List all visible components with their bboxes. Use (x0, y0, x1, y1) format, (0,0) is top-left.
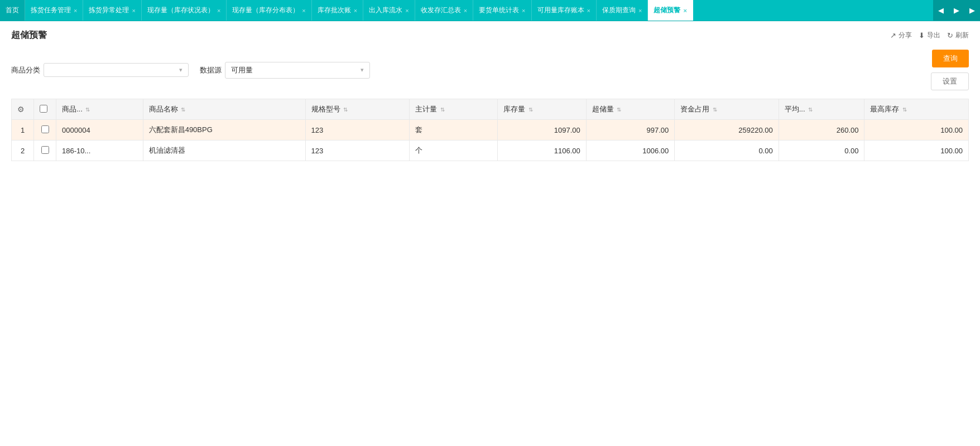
td-product-code: 186-10... (56, 140, 143, 161)
td-index: 1 (12, 120, 34, 140)
table-row: 1 0000004 六配套新昌490BPG 123 套 1097.00 997.… (12, 120, 969, 140)
product-category-label: 商品分类 (11, 65, 40, 75)
td-stock: 1106.00 (498, 140, 586, 161)
chevron-down-icon: ▾ (179, 66, 182, 74)
nav-order-stats[interactable]: 要货单统计表 × (473, 0, 531, 21)
td-avg: 0.00 (779, 140, 864, 161)
export-button[interactable]: ⬇ 导出 (919, 31, 940, 40)
filter-row: 商品分类 ▾ 数据源 可用量 ▾ 查询 设置 (11, 50, 969, 90)
sort-icon[interactable]: ⇅ (808, 106, 813, 113)
datasource-filter: 数据源 可用量 ▾ (200, 62, 370, 79)
close-icon[interactable]: × (74, 7, 77, 14)
nav-inventory-batch[interactable]: 库存批次账 × (312, 0, 363, 21)
th-avg: 平均... ⇅ (779, 99, 864, 120)
th-product-name: 商品名称 ⇅ (143, 99, 305, 120)
nav-prev-button[interactable]: ◀ (933, 0, 949, 21)
th-max-stock: 最高库存 ⇅ (864, 99, 969, 120)
product-category-select[interactable]: ▾ (44, 63, 189, 77)
sort-icon[interactable]: ⇅ (85, 106, 90, 113)
td-overstock: 997.00 (586, 120, 674, 140)
header-actions: ↗ 分享 ⬇ 导出 ↻ 刷新 (890, 31, 969, 40)
close-icon[interactable]: × (464, 7, 467, 14)
td-product-code: 0000004 (56, 120, 143, 140)
sort-icon[interactable]: ⇅ (713, 106, 717, 113)
sort-icon[interactable]: ⇅ (440, 106, 445, 113)
close-icon[interactable]: × (638, 7, 642, 14)
td-unit: 个 (409, 140, 497, 161)
td-spec: 123 (305, 120, 409, 140)
sort-icon[interactable]: ⇅ (181, 106, 185, 113)
nav-inventory-dist[interactable]: 现存量（库存分布表） × (227, 0, 311, 21)
close-icon[interactable]: × (132, 7, 135, 14)
td-max-stock: 100.00 (864, 120, 969, 140)
nav-arrows: ◀ ▶ ▶ (933, 0, 980, 21)
th-settings: ⚙ (12, 99, 34, 120)
table-header-row: ⚙ 商品... ⇅ 商品名称 ⇅ 规格型号 ⇅ 主计量 (12, 99, 969, 120)
td-product-name: 机油滤清器 (143, 140, 305, 161)
query-button[interactable]: 查询 (932, 50, 969, 67)
page-title: 超储预警 (11, 30, 47, 41)
td-product-name: 六配套新昌490BPG (143, 120, 305, 140)
nav-summary[interactable]: 收发存汇总表 × (415, 0, 473, 21)
refresh-icon: ↻ (947, 31, 953, 40)
sort-icon[interactable]: ⇅ (529, 106, 533, 113)
close-icon[interactable]: × (354, 7, 357, 14)
td-capital: 0.00 (675, 140, 779, 161)
td-unit: 套 (409, 120, 497, 140)
share-button[interactable]: ↗ 分享 (890, 31, 912, 40)
nav-pick-abnormal[interactable]: 拣货异常处理 × (83, 0, 141, 21)
nav-flow[interactable]: 出入库流水 × (363, 0, 415, 21)
close-icon[interactable]: × (302, 7, 305, 14)
td-checkbox (34, 120, 56, 140)
nav-inventory-status[interactable]: 现存量（库存状况表） × (142, 0, 227, 21)
close-icon[interactable]: × (683, 7, 686, 14)
row-checkbox[interactable] (41, 146, 49, 154)
th-spec: 规格型号 ⇅ (305, 99, 409, 120)
td-stock: 1097.00 (498, 120, 586, 140)
td-index: 2 (12, 140, 34, 161)
close-icon[interactable]: × (587, 7, 590, 14)
gear-icon[interactable]: ⚙ (17, 105, 25, 114)
filter-buttons: 查询 设置 (931, 50, 969, 90)
nav-pick-task[interactable]: 拣货任务管理 × (25, 0, 83, 21)
sort-icon[interactable]: ⇅ (617, 106, 621, 113)
th-capital: 资金占用 ⇅ (675, 99, 779, 120)
nav-bar: 首页 拣货任务管理 × 拣货异常处理 × 现存量（库存状况表） × 现存量（库存… (0, 0, 980, 21)
nav-next-button[interactable]: ▶ (949, 0, 964, 21)
settings-button[interactable]: 设置 (931, 72, 969, 90)
sort-icon[interactable]: ⇅ (902, 106, 907, 113)
share-icon: ↗ (890, 31, 896, 40)
sort-icon[interactable]: ⇅ (343, 106, 348, 113)
th-product-code: 商品... ⇅ (56, 99, 143, 120)
td-spec: 123 (305, 140, 409, 161)
td-max-stock: 100.00 (864, 140, 969, 161)
datasource-select[interactable]: 可用量 ▾ (225, 62, 370, 79)
refresh-button[interactable]: ↻ 刷新 (947, 31, 969, 40)
close-icon[interactable]: × (405, 7, 409, 14)
nav-home[interactable]: 首页 (0, 0, 25, 21)
chevron-down-icon: ▾ (361, 66, 364, 74)
datasource-label: 数据源 (200, 65, 222, 75)
td-checkbox (34, 140, 56, 161)
nav-expiry[interactable]: 保质期查询 × (597, 0, 648, 21)
td-avg: 260.00 (779, 120, 864, 140)
datasource-value: 可用量 (231, 65, 253, 75)
nav-available-stock[interactable]: 可用量库存账本 × (532, 0, 597, 21)
product-category-filter: 商品分类 ▾ (11, 63, 189, 77)
th-checkbox (34, 99, 56, 120)
table-row: 2 186-10... 机油滤清器 123 个 1106.00 1006.00 … (12, 140, 969, 161)
close-icon[interactable]: × (217, 7, 220, 14)
close-icon[interactable]: × (522, 7, 525, 14)
data-table: ⚙ 商品... ⇅ 商品名称 ⇅ 规格型号 ⇅ 主计量 (11, 99, 969, 161)
td-capital: 259220.00 (675, 120, 779, 140)
page-content: 超储预警 ↗ 分享 ⬇ 导出 ↻ 刷新 商品分类 ▾ 数据源 (0, 21, 980, 446)
page-header: 超储预警 ↗ 分享 ⬇ 导出 ↻ 刷新 (11, 30, 969, 41)
th-unit: 主计量 ⇅ (409, 99, 497, 120)
select-all-checkbox[interactable] (40, 105, 47, 113)
row-checkbox[interactable] (41, 125, 49, 133)
export-icon: ⬇ (919, 31, 925, 40)
th-overstock: 超储量 ⇅ (586, 99, 674, 120)
th-stock: 库存量 ⇅ (498, 99, 586, 120)
nav-overstock[interactable]: 超储预警 × (648, 0, 693, 21)
nav-expand-button[interactable]: ▶ (964, 0, 980, 21)
